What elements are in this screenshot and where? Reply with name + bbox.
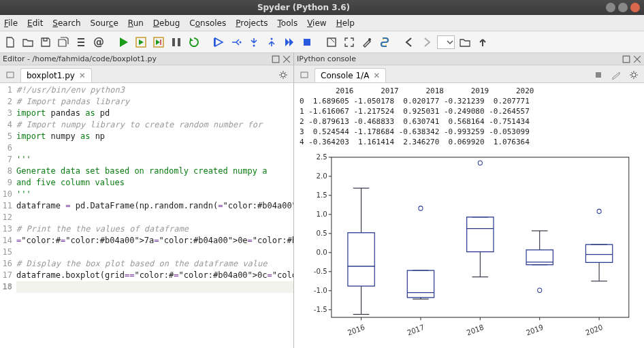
svg-text:0.0: 0.0: [317, 248, 328, 256]
menu-help[interactable]: Help: [336, 18, 355, 28]
ipython-console[interactable]: 2016 2017 2018 2019 2020 0 1.689605 -1.0…: [294, 83, 644, 348]
menu-search[interactable]: Search: [52, 18, 80, 28]
editor-tabstrip: boxplot1.py ✕: [0, 65, 293, 83]
svg-text:1.0: 1.0: [317, 210, 328, 218]
close-pane-icon[interactable]: [283, 55, 291, 63]
python-path-icon[interactable]: [377, 35, 392, 50]
debug-stepout-icon[interactable]: [264, 35, 279, 50]
window-maximize-button[interactable]: [618, 3, 628, 12]
run-cell-advance-icon[interactable]: [151, 35, 166, 50]
open-file-icon[interactable]: [20, 35, 35, 50]
fullscreen-icon[interactable]: [342, 35, 357, 50]
menu-bar: File Edit Search Source Run Debug Consol…: [0, 15, 644, 31]
menu-view[interactable]: View: [307, 18, 326, 28]
save-icon[interactable]: [38, 35, 53, 50]
debug-start-icon[interactable]: [211, 35, 226, 50]
boxplot-figure: -1.5-1.0-0.50.00.51.01.52.02.52016201720…: [294, 150, 644, 348]
console-pane-header: IPython console: [294, 53, 644, 65]
svg-text:1.5: 1.5: [317, 191, 327, 199]
new-file-icon[interactable]: [3, 35, 18, 50]
cwd-combo[interactable]: [437, 35, 455, 49]
svg-rect-11: [272, 56, 279, 63]
at-icon[interactable]: @: [91, 35, 106, 50]
svg-point-9: [383, 39, 384, 40]
menu-debug[interactable]: Debug: [153, 18, 180, 28]
menu-file[interactable]: File: [4, 18, 18, 28]
menu-consoles[interactable]: Consoles: [189, 18, 226, 28]
browse-cwd-icon[interactable]: [457, 35, 472, 50]
list-icon[interactable]: [74, 35, 88, 50]
restore-pane-icon[interactable]: [272, 55, 280, 63]
svg-rect-58: [467, 217, 494, 252]
svg-text:-0.5: -0.5: [314, 267, 327, 275]
svg-text:2019: 2019: [525, 323, 544, 337]
editor-pane-title: Editor - /home/fahmida/code/boxplot1.py: [3, 54, 157, 63]
code-editor[interactable]: 123456789101112131415161718 #!/usr/bin/e…: [0, 83, 293, 348]
toolbar: @: [0, 31, 644, 53]
back-icon[interactable]: [402, 35, 417, 50]
svg-rect-2: [214, 38, 215, 46]
svg-point-5: [271, 37, 273, 39]
svg-text:2017: 2017: [406, 323, 425, 337]
debug-stepin-icon[interactable]: [246, 35, 261, 50]
close-tab-icon[interactable]: ✕: [79, 71, 86, 80]
parent-dir-icon[interactable]: [475, 35, 490, 50]
console-pane-title: IPython console: [297, 54, 356, 63]
stop-console-icon[interactable]: [594, 70, 603, 80]
window-title: Spyder (Python 3.6): [4, 3, 603, 12]
svg-text:-1.5: -1.5: [314, 305, 327, 313]
editor-pane-header: Editor - /home/fahmida/code/boxplot1.py: [0, 53, 293, 65]
svg-text:2020: 2020: [585, 323, 605, 337]
svg-rect-18: [332, 157, 629, 317]
editor-tab-label: boxplot1.py: [27, 71, 75, 80]
window-titlebar: Spyder (Python 3.6): [0, 0, 644, 15]
svg-text:2016: 2016: [347, 323, 366, 337]
editor-options-icon[interactable]: [278, 70, 288, 80]
svg-rect-15: [301, 72, 308, 78]
maximize-pane-icon[interactable]: [324, 35, 339, 50]
svg-point-4: [253, 44, 255, 46]
menu-edit[interactable]: Edit: [27, 18, 43, 28]
close-console-icon[interactable]: [633, 55, 641, 63]
save-all-icon[interactable]: [56, 35, 71, 50]
preferences-icon[interactable]: [359, 35, 374, 50]
svg-text:2.0: 2.0: [317, 172, 328, 180]
console-tab[interactable]: Console 1/A ✕: [315, 68, 386, 82]
close-console-tab-icon[interactable]: ✕: [373, 71, 380, 80]
svg-text:2.5: 2.5: [317, 153, 327, 161]
run-icon[interactable]: [116, 35, 131, 50]
svg-point-13: [281, 73, 285, 77]
svg-point-10: [385, 44, 387, 46]
debug-step-icon[interactable]: [229, 35, 244, 50]
svg-rect-41: [348, 233, 374, 286]
browse-tabs-icon[interactable]: [5, 70, 15, 80]
dataframe-output: 2016 2017 2018 2019 2020 0 1.689605 -1.0…: [294, 83, 644, 150]
svg-point-60: [478, 161, 482, 165]
menu-projects[interactable]: Projects: [236, 18, 268, 28]
debug-continue-icon[interactable]: [282, 35, 297, 50]
editor-tab[interactable]: boxplot1.py ✕: [20, 68, 92, 82]
console-tab-label: Console 1/A: [321, 71, 369, 80]
svg-point-51: [419, 206, 423, 211]
menu-run[interactable]: Run: [128, 18, 144, 28]
svg-point-69: [538, 288, 542, 293]
run-selection-icon[interactable]: [169, 35, 184, 50]
clear-console-icon[interactable]: [611, 70, 621, 80]
debug-stop-icon[interactable]: [300, 35, 315, 50]
forward-icon[interactable]: [419, 35, 434, 50]
run-cell-icon[interactable]: [133, 35, 148, 50]
rerun-icon[interactable]: [187, 35, 202, 50]
window-close-button[interactable]: [630, 3, 640, 12]
svg-point-78: [597, 209, 601, 214]
svg-rect-49: [407, 270, 434, 298]
svg-rect-12: [7, 72, 14, 78]
menu-source[interactable]: Source: [91, 18, 118, 28]
menu-tools[interactable]: Tools: [278, 18, 298, 28]
restore-console-icon[interactable]: [622, 55, 630, 63]
window-minimize-button[interactable]: [606, 3, 615, 12]
svg-text:0.5: 0.5: [317, 229, 327, 237]
svg-point-8: [368, 38, 371, 41]
console-options-icon[interactable]: [629, 70, 639, 80]
browse-console-tabs-icon[interactable]: [300, 70, 309, 80]
svg-point-17: [632, 73, 636, 77]
